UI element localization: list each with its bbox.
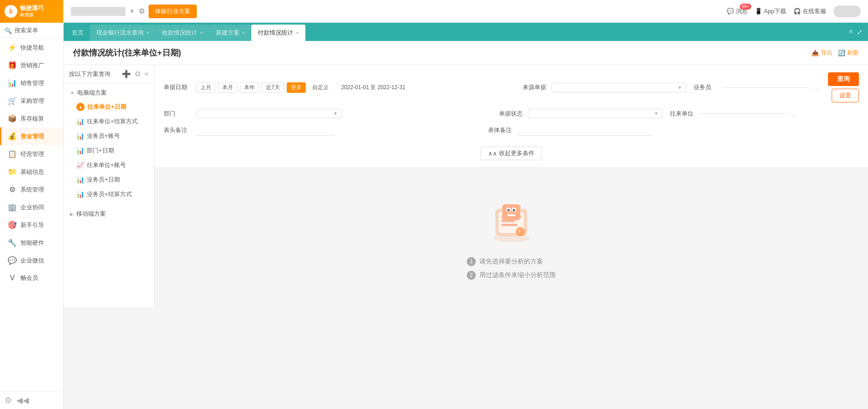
- date-btn-this-year[interactable]: 本年: [240, 82, 259, 93]
- salesperson-ellipsis[interactable]: ...: [813, 84, 821, 91]
- page-actions: 📤 导出 🔄 刷新: [812, 49, 859, 57]
- sidebar-item-system[interactable]: ⚙ 系统管理: [0, 181, 63, 198]
- tab-home[interactable]: 首页: [65, 25, 90, 41]
- date-btn-last-month[interactable]: 上月: [196, 82, 215, 93]
- tab-payment-stats[interactable]: 收款情况统计 ×: [155, 25, 209, 41]
- sidebar-search[interactable]: 🔍 搜索菜单: [0, 23, 63, 39]
- topbar-settings-icon[interactable]: ⚙: [139, 7, 145, 15]
- table-header-note-input[interactable]: [196, 125, 335, 136]
- quick-nav-label: 快捷导航: [20, 44, 44, 52]
- sidebar-item-wechat[interactable]: 💬 企业微信: [0, 252, 63, 269]
- marketing-label: 营销推广: [20, 61, 44, 70]
- system-icon: ⚙: [8, 185, 17, 194]
- topbar: ▼ ⚙ 体验行业方案 💬 消息 99+ 📱 App下载 🎧 在线客服: [64, 0, 868, 23]
- sidebar-item-corp[interactable]: 🏢 企业协同: [0, 198, 63, 216]
- tab-new-plan-close[interactable]: ×: [242, 30, 245, 35]
- tab-expand-button[interactable]: ⤢: [857, 28, 863, 36]
- guide-label: 新手引导: [20, 221, 44, 229]
- query-actions: 查询 设置: [828, 72, 859, 102]
- plan-item-salesperson-date[interactable]: 📊 业务员+日期: [64, 172, 154, 187]
- plan-item-dept-date-label: 部门+日期: [87, 146, 114, 155]
- panel-add-icon[interactable]: ➕: [122, 70, 131, 78]
- sales-icon: 📊: [8, 79, 17, 87]
- table-header-note-label: 表头备注: [164, 126, 189, 134]
- tab-close-window-button[interactable]: ×: [849, 28, 853, 36]
- tabs-bar: 首页 现金银行流水查询 × 收款情况统计 × 新建方案 × 付款情况统计 × ×…: [64, 23, 868, 41]
- desktop-section-title[interactable]: ▼ 电脑端方案: [64, 86, 154, 100]
- tab-bank-flow-label: 现金银行流水查询: [96, 29, 144, 37]
- tab-bank-flow-close[interactable]: ×: [146, 30, 149, 35]
- empty-tip-2: 2 用过滤条件来缩小分析范围: [467, 271, 556, 280]
- table-body-note-input[interactable]: [517, 125, 652, 136]
- system-label: 系统管理: [20, 186, 44, 194]
- app-name: 畅捷通巧: [20, 5, 44, 12]
- filter-date-btns: 上月 本月 本年 近7天 更多 自定义: [196, 82, 332, 93]
- filter-area: 单据日期 上月 本月 本年 近7天 更多 自定义 2022-01-01 至 20…: [155, 65, 868, 168]
- user-avatar[interactable]: [833, 5, 861, 17]
- mobile-section-title[interactable]: ▶ 移动端方案: [64, 207, 154, 221]
- app-download-badge[interactable]: 📱 App下载: [755, 7, 786, 15]
- message-badge[interactable]: 💬 消息 99+: [727, 7, 748, 15]
- trial-button[interactable]: 体验行业方案: [149, 5, 197, 18]
- app-download-icon: 📱: [755, 8, 762, 15]
- sidebar-item-finance[interactable]: 💰 资金管理: [0, 127, 63, 145]
- sidebar-item-quick-nav[interactable]: ⚡ 快捷导航: [0, 39, 63, 56]
- plan-item-salesperson-settlement[interactable]: 📊 业务员+结算方式: [64, 187, 154, 202]
- sidebar-item-purchase[interactable]: 🛒 采购管理: [0, 92, 63, 110]
- footer-collapse-icon[interactable]: ◀◀: [16, 395, 29, 405]
- topbar-left: ▼ ⚙ 体验行业方案: [71, 5, 721, 18]
- tab-new-plan[interactable]: 新建方案 ×: [210, 25, 251, 41]
- page-title: 付款情况统计(往来单位+日期): [73, 47, 181, 58]
- footer-settings-icon[interactable]: ⚙: [5, 395, 12, 405]
- dept-select-arrow: ▼: [333, 111, 338, 116]
- operations-label: 经营管理: [20, 150, 44, 158]
- doc-status-select[interactable]: ▼: [528, 109, 663, 118]
- wechat-icon: 💬: [8, 256, 17, 265]
- sidebar-item-inventory[interactable]: 📦 库存核算: [0, 110, 63, 127]
- desktop-chevron-icon: ▼: [70, 91, 75, 96]
- tab-payment-stats-close[interactable]: ×: [200, 30, 203, 35]
- date-custom-label[interactable]: 自定义: [309, 83, 332, 92]
- refresh-button[interactable]: 🔄 刷新: [838, 49, 859, 57]
- plan-item-partner-settlement[interactable]: 📊 往来单位+结算方式: [64, 114, 154, 129]
- filter-settings-button[interactable]: 设置: [832, 89, 859, 102]
- online-service-label: 在线客服: [803, 7, 826, 15]
- sidebar-item-member[interactable]: V 畅会员: [0, 269, 63, 287]
- plan-salesperson-account-icon: 📊: [76, 132, 84, 140]
- main: ▼ ⚙ 体验行业方案 💬 消息 99+ 📱 App下载 🎧 在线客服 首页: [64, 0, 868, 409]
- topbar-chevron-icon: ▼: [129, 8, 135, 15]
- source-select[interactable]: ▼: [552, 83, 686, 92]
- plan-item-partner-date[interactable]: ● 往来单位+日期: [64, 100, 154, 114]
- tab-payment-detail-close[interactable]: ×: [296, 30, 299, 35]
- topbar-breadcrumb: [71, 7, 125, 16]
- left-panel: 按以下方案查询 ➕ ⚙ « ▼ 电脑端方案 ● 往: [64, 65, 155, 307]
- member-label: 畅会员: [20, 274, 38, 282]
- tab-payment-stats-label: 收款情况统计: [162, 29, 197, 37]
- date-btn-last-7days[interactable]: 近7天: [262, 82, 284, 93]
- message-count: 99+: [740, 4, 751, 10]
- panel-settings-icon[interactable]: ⚙: [135, 70, 141, 78]
- plan-item-dept-date[interactable]: 📊 部门+日期: [64, 143, 154, 158]
- query-button[interactable]: 查询: [828, 72, 859, 86]
- export-button[interactable]: 📤 导出: [812, 49, 833, 57]
- sidebar-item-marketing[interactable]: 🎁 营销推广: [0, 56, 63, 74]
- date-filter-label: 单据日期: [164, 83, 189, 91]
- sidebar-item-hardware[interactable]: 🔧 智能硬件: [0, 234, 63, 252]
- date-btn-this-month[interactable]: 本月: [218, 82, 237, 93]
- plan-item-salesperson-account[interactable]: 📊 业务员+账号: [64, 129, 154, 143]
- dept-select[interactable]: ▼: [196, 109, 342, 118]
- sidebar-item-guide[interactable]: 🎯 新手引导: [0, 216, 63, 234]
- sidebar-item-sales[interactable]: 📊 销售管理: [0, 74, 63, 92]
- sidebar-item-operations[interactable]: 📋 经营管理: [0, 145, 63, 163]
- sidebar-item-basic[interactable]: 📁 基础信息: [0, 163, 63, 181]
- tab-bank-flow[interactable]: 现金银行流水查询 ×: [90, 25, 155, 41]
- collapse-conditions-button[interactable]: ∧∧ 收起更多条件: [480, 146, 542, 160]
- tab-payment-detail[interactable]: 付款情况统计 ×: [251, 25, 305, 41]
- partner-ellipsis[interactable]: ...: [789, 110, 797, 117]
- operations-icon: 📋: [8, 150, 17, 158]
- online-service-badge[interactable]: 🎧 在线客服: [793, 7, 826, 15]
- panel-collapse-icon[interactable]: «: [145, 70, 149, 78]
- sidebar-nav: ⚡ 快捷导航 🎁 营销推广 📊 销售管理 🛒 采购管理 📦 库存核算 💰 资金管…: [0, 39, 63, 391]
- plan-item-partner-account[interactable]: 📈 往来单位+账号: [64, 158, 154, 172]
- date-btn-more[interactable]: 更多: [287, 82, 306, 93]
